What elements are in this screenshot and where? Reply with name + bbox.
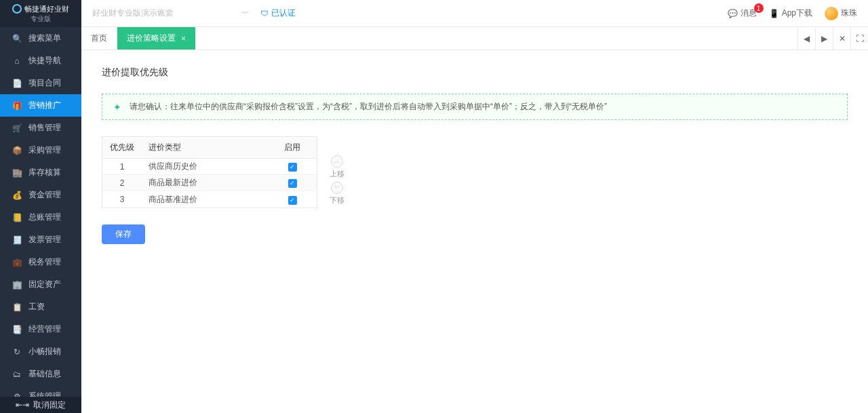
messages-button[interactable]: 💬 消息 1 bbox=[728, 7, 757, 19]
tabs: 首页进价策略设置× bbox=[81, 27, 196, 50]
chevron-down-icon: ﹀ bbox=[334, 183, 340, 193]
main-area: 好业财专业版演示账套 ﹀ 🛡 已认证 💬 消息 1 📱 App下载 bbox=[81, 0, 868, 413]
sidebar-item-label: 总账管理 bbox=[28, 212, 61, 223]
sidebar-item-inventory-icon: 🏬 bbox=[12, 168, 22, 178]
sidebar-item-search-icon: 🔍 bbox=[12, 34, 22, 43]
sidebar-item-label: 工资 bbox=[28, 301, 45, 313]
chat-icon: 💬 bbox=[728, 9, 738, 18]
sidebar-item-salary-icon: 📋 bbox=[12, 302, 22, 312]
sidebar-item-label: 基础信息 bbox=[28, 368, 61, 380]
verified-label: 已认证 bbox=[271, 7, 296, 19]
move-down-button[interactable]: ﹀ bbox=[331, 182, 343, 194]
sidebar-item-label: 销售管理 bbox=[28, 122, 61, 134]
cell-type: 商品基准进价 bbox=[142, 191, 268, 208]
sidebar-item-invoice[interactable]: 🧾发票管理 bbox=[0, 229, 81, 251]
tab-1[interactable]: 进价策略设置× bbox=[117, 27, 196, 50]
sidebar-item-purchase[interactable]: 📦采购管理 bbox=[0, 139, 81, 161]
sidebar-item-salary[interactable]: 📋工资 bbox=[0, 296, 81, 318]
sidebar-item-tax[interactable]: 💼税务管理 bbox=[0, 251, 81, 273]
tab-fullscreen-button[interactable]: ⛶ bbox=[850, 27, 868, 50]
content: 进价提取优先级 ✦ 请您确认：往来单位中的供应商“采购报价含税”设置，为“含税”… bbox=[81, 50, 868, 413]
th-priority: 优先级 bbox=[102, 137, 142, 158]
sidebar-item-search[interactable]: 🔍搜索菜单 bbox=[0, 27, 81, 50]
tab-label: 进价策略设置 bbox=[127, 33, 176, 44]
brand-text: 畅捷通好业财 bbox=[24, 4, 69, 14]
account-select[interactable]: 好业财专业版演示账套 ﹀ bbox=[92, 6, 248, 20]
user-menu[interactable]: 珠珠 bbox=[825, 7, 857, 20]
sidebar-item-label: 税务管理 bbox=[28, 256, 61, 268]
th-enable: 启用 bbox=[268, 137, 317, 158]
sidebar-item-funds[interactable]: 💰资金管理 bbox=[0, 184, 81, 206]
sidebar-item-ledger-icon: 📒 bbox=[12, 213, 22, 222]
cell-enable: ✓ bbox=[268, 175, 317, 191]
sidebar-item-inventory[interactable]: 🏬库存核算 bbox=[0, 161, 81, 184]
enable-checkbox[interactable]: ✓ bbox=[288, 179, 297, 188]
sidebar-item-label: 库存核算 bbox=[28, 167, 61, 178]
move-up-label: 上移 bbox=[330, 169, 344, 179]
sidebar-item-basedata[interactable]: 🗂基础信息 bbox=[0, 363, 81, 385]
sidebar-item-sales-icon: 🛒 bbox=[12, 123, 22, 133]
chevron-down-icon: ﹀ bbox=[241, 9, 248, 18]
download-label: App下载 bbox=[782, 7, 812, 19]
cell-type: 供应商历史价 bbox=[142, 158, 268, 175]
chevron-up-icon: ︿ bbox=[334, 157, 340, 166]
sidebar-item-operation[interactable]: 📑经营管理 bbox=[0, 318, 81, 340]
sidebar-item-system[interactable]: ⚙系统管理 bbox=[0, 385, 81, 397]
sidebar-item-assets-icon: 🏢 bbox=[12, 280, 22, 290]
avatar-icon bbox=[825, 7, 838, 20]
sidebar-item-label: 快捷导航 bbox=[28, 55, 61, 66]
sidebar-item-label: 项目合同 bbox=[28, 77, 61, 89]
sidebar-item-label: 系统管理 bbox=[28, 391, 61, 397]
tab-0[interactable]: 首页 bbox=[81, 27, 117, 50]
sidebar-item-invoice-icon: 🧾 bbox=[12, 235, 22, 245]
close-icon[interactable]: × bbox=[181, 34, 186, 43]
cell-type: 商品最新进价 bbox=[142, 174, 268, 191]
sidebar-item-quicknav[interactable]: ⌂快捷导航 bbox=[0, 50, 81, 72]
sidebar-item-marketing-icon: 🎁 bbox=[12, 101, 22, 111]
sidebar-logo: 畅捷通好业财 专业版 bbox=[0, 0, 81, 27]
table-row[interactable]: 3商品基准进价✓ bbox=[102, 191, 317, 208]
sidebar-unpin-label: 取消固定 bbox=[33, 399, 66, 411]
enable-checkbox[interactable]: ✓ bbox=[288, 163, 297, 172]
tab-scroll-right-button[interactable]: ▶ bbox=[815, 27, 833, 50]
table-row[interactable]: 2商品最新进价✓ bbox=[102, 175, 317, 191]
save-button[interactable]: 保存 bbox=[102, 224, 145, 244]
sidebar-item-label: 固定资产 bbox=[28, 279, 61, 290]
move-up-button[interactable]: ︿ bbox=[331, 155, 343, 168]
download-button[interactable]: 📱 App下载 bbox=[769, 7, 812, 19]
alert-text: 请您确认：往来单位中的供应商“采购报价含税”设置，为“含税”，取到进价后将自动带… bbox=[130, 101, 607, 113]
sidebar-item-funds-icon: 💰 bbox=[12, 191, 22, 200]
tab-scroll-left-button[interactable]: ◀ bbox=[797, 27, 815, 50]
info-alert: ✦ 请您确认：往来单位中的供应商“采购报价含税”设置，为“含税”，取到进价后将自… bbox=[102, 94, 848, 120]
unpin-icon: ⇤⇥ bbox=[16, 400, 29, 410]
sidebar-item-operation-icon: 📑 bbox=[12, 325, 22, 334]
sidebar-item-label: 经营管理 bbox=[28, 323, 61, 335]
brand-logo-icon bbox=[12, 4, 22, 14]
phone-icon: 📱 bbox=[769, 9, 779, 18]
sidebar-item-label: 发票管理 bbox=[28, 234, 61, 245]
move-down-label: 下移 bbox=[330, 195, 344, 205]
sidebar-item-tax-icon: 💼 bbox=[12, 258, 22, 267]
sidebar-item-reimburse-icon: ↻ bbox=[12, 347, 22, 357]
sidebar-item-label: 营销推广 bbox=[28, 100, 61, 111]
cell-priority: 2 bbox=[102, 176, 142, 191]
sidebar-item-marketing[interactable]: 🎁营销推广 bbox=[0, 94, 81, 117]
sidebar-item-ledger[interactable]: 📒总账管理 bbox=[0, 206, 81, 229]
sidebar-item-project-contract[interactable]: 📄项目合同 bbox=[0, 72, 81, 94]
sidebar-item-reimburse[interactable]: ↻小畅报销 bbox=[0, 340, 81, 363]
sidebar-item-sales[interactable]: 🛒销售管理 bbox=[0, 117, 81, 139]
sidebar-item-label: 搜索菜单 bbox=[28, 33, 61, 44]
enable-checkbox[interactable]: ✓ bbox=[288, 196, 297, 205]
brand-edition: 专业版 bbox=[31, 14, 51, 24]
sidebar-unpin-button[interactable]: ⇤⇥ 取消固定 bbox=[0, 397, 81, 413]
sidebar-item-quicknav-icon: ⌂ bbox=[12, 56, 22, 66]
table-row[interactable]: 1供应商历史价✓ bbox=[102, 159, 317, 175]
sidebar: 畅捷通好业财 专业版 🔍搜索菜单⌂快捷导航📄项目合同🎁营销推广🛒销售管理📦采购管… bbox=[0, 0, 81, 413]
tab-close-all-button[interactable]: ✕ bbox=[833, 27, 850, 50]
sidebar-item-assets[interactable]: 🏢固定资产 bbox=[0, 273, 81, 296]
account-name: 好业财专业版演示账套 bbox=[92, 7, 174, 19]
cell-enable: ✓ bbox=[268, 159, 317, 174]
cell-enable: ✓ bbox=[268, 192, 317, 208]
sparkle-icon: ✦ bbox=[112, 102, 123, 113]
cell-priority: 1 bbox=[102, 159, 142, 174]
